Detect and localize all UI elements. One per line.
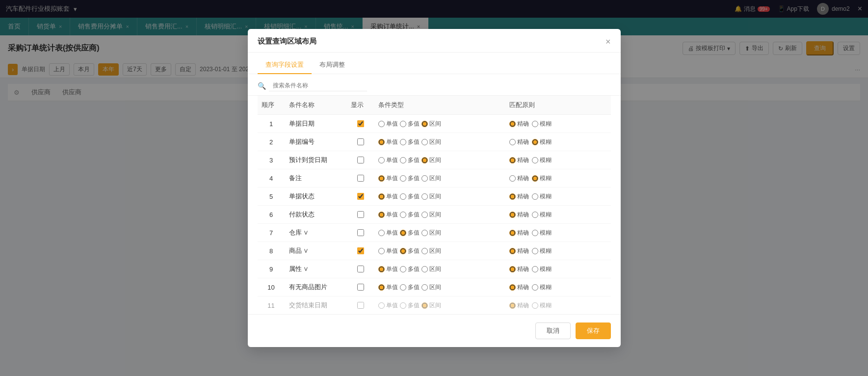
cond-multi-radio[interactable] xyxy=(400,248,406,254)
tab-query-fields[interactable]: 查询字段设置 xyxy=(258,56,312,74)
save-button[interactable]: 保存 xyxy=(576,322,611,339)
row-cond-type: 单值多值区间 xyxy=(374,188,506,206)
row-match: 精确模糊 xyxy=(505,278,610,296)
cond-multi-radio[interactable] xyxy=(400,212,406,218)
cond-range-radio[interactable] xyxy=(421,248,428,254)
row-show xyxy=(347,188,374,206)
row-match: 精确模糊 xyxy=(505,242,610,260)
cond-single-radio[interactable] xyxy=(378,230,385,236)
cancel-button[interactable]: 取消 xyxy=(535,322,571,339)
cond-single-radio[interactable] xyxy=(378,284,385,291)
row-order: 11 xyxy=(258,296,285,315)
match-exact-radio[interactable] xyxy=(509,302,516,309)
tab-layout-adjust-label: 布局调整 xyxy=(319,61,345,68)
show-checkbox[interactable] xyxy=(357,266,364,272)
show-checkbox[interactable] xyxy=(357,157,364,163)
show-checkbox[interactable] xyxy=(357,193,364,200)
row-match: 精确模糊 xyxy=(505,133,610,151)
match-fuzzy-radio[interactable] xyxy=(532,157,538,163)
table-header-row: 顺序 条件名称 显示 条件类型 匹配原则 xyxy=(258,96,611,115)
cond-range-radio[interactable] xyxy=(421,157,428,163)
cond-range-radio[interactable] xyxy=(421,139,428,145)
th-show: 显示 xyxy=(347,96,374,115)
cond-single-radio[interactable] xyxy=(378,248,385,254)
match-fuzzy-radio[interactable] xyxy=(532,121,538,127)
row-show xyxy=(347,115,374,133)
match-exact-radio[interactable] xyxy=(509,175,516,182)
show-checkbox[interactable] xyxy=(357,138,364,145)
cond-single-radio[interactable] xyxy=(378,157,385,163)
cond-multi-radio[interactable] xyxy=(400,230,406,236)
match-fuzzy-radio[interactable] xyxy=(532,302,538,309)
cond-multi-radio[interactable] xyxy=(400,139,406,145)
row-show xyxy=(347,169,374,188)
cond-multi-radio[interactable] xyxy=(400,175,406,182)
table-row: 1单据日期单值多值区间精确模糊 xyxy=(258,115,611,133)
show-checkbox[interactable] xyxy=(357,302,364,309)
row-cond-type: 单值多值区间 xyxy=(374,151,506,169)
match-fuzzy-radio[interactable] xyxy=(532,139,538,145)
match-exact-radio[interactable] xyxy=(509,121,516,127)
show-checkbox[interactable] xyxy=(357,175,364,182)
cond-multi-radio[interactable] xyxy=(400,302,406,309)
match-fuzzy-radio[interactable] xyxy=(532,284,538,291)
match-exact-radio[interactable] xyxy=(509,284,516,291)
match-fuzzy-radio[interactable] xyxy=(532,175,538,182)
cond-multi-radio[interactable] xyxy=(400,157,406,163)
dialog-search-area: 🔍 xyxy=(248,74,621,96)
row-name: 属性 ∨ xyxy=(285,260,347,278)
row-cond-type: 单值多值区间 xyxy=(374,115,506,133)
cond-multi-radio[interactable] xyxy=(400,284,406,291)
row-match: 精确模糊 xyxy=(505,188,610,206)
cond-single-radio[interactable] xyxy=(378,302,385,309)
match-fuzzy-radio[interactable] xyxy=(532,266,538,272)
row-show xyxy=(347,151,374,169)
cond-single-radio[interactable] xyxy=(378,193,385,200)
cond-range-radio[interactable] xyxy=(421,175,428,182)
tab-layout-adjust[interactable]: 布局调整 xyxy=(312,56,353,74)
cond-range-radio[interactable] xyxy=(421,121,428,127)
row-order: 2 xyxy=(258,133,285,151)
cond-range-radio[interactable] xyxy=(421,212,428,218)
row-cond-type: 单值多值区间 xyxy=(374,278,506,296)
show-checkbox[interactable] xyxy=(357,211,364,218)
row-name: 单据日期 xyxy=(285,115,347,133)
match-fuzzy-radio[interactable] xyxy=(532,193,538,200)
cond-range-radio[interactable] xyxy=(421,302,428,309)
show-checkbox[interactable] xyxy=(357,120,364,127)
cond-multi-radio[interactable] xyxy=(400,266,406,272)
row-match: 精确模糊 xyxy=(505,151,610,169)
cond-range-radio[interactable] xyxy=(421,266,428,272)
table-row: 11交货结束日期单值多值区间精确模糊 xyxy=(258,296,611,315)
row-order: 1 xyxy=(258,115,285,133)
table-row: 6付款状态单值多值区间精确模糊 xyxy=(258,206,611,224)
show-checkbox[interactable] xyxy=(357,284,364,291)
cond-range-radio[interactable] xyxy=(421,193,428,200)
cond-range-radio[interactable] xyxy=(421,230,428,236)
cond-single-radio[interactable] xyxy=(378,175,385,182)
match-fuzzy-radio[interactable] xyxy=(532,230,538,236)
match-exact-radio[interactable] xyxy=(509,212,516,218)
row-show xyxy=(347,296,374,315)
match-exact-radio[interactable] xyxy=(509,157,516,163)
match-exact-radio[interactable] xyxy=(509,266,516,272)
cond-multi-radio[interactable] xyxy=(400,121,406,127)
dialog-close-button[interactable]: × xyxy=(605,37,611,46)
match-exact-radio[interactable] xyxy=(509,230,516,236)
match-fuzzy-radio[interactable] xyxy=(532,212,538,218)
show-checkbox[interactable] xyxy=(357,229,364,236)
match-exact-radio[interactable] xyxy=(509,193,516,200)
cond-single-radio[interactable] xyxy=(378,121,385,127)
match-exact-radio[interactable] xyxy=(509,248,516,254)
cond-single-radio[interactable] xyxy=(378,139,385,145)
cond-range-radio[interactable] xyxy=(421,284,428,291)
cond-multi-radio[interactable] xyxy=(400,193,406,200)
dialog-table: 顺序 条件名称 显示 条件类型 匹配原则 1单据日期单值多值区间精确模糊2单据编… xyxy=(258,96,611,314)
match-exact-radio[interactable] xyxy=(509,139,516,145)
match-fuzzy-radio[interactable] xyxy=(532,248,538,254)
dialog-tabs: 查询字段设置 布局调整 xyxy=(248,53,621,74)
show-checkbox[interactable] xyxy=(357,247,364,254)
search-input[interactable] xyxy=(269,80,367,91)
cond-single-radio[interactable] xyxy=(378,266,385,272)
cond-single-radio[interactable] xyxy=(378,212,385,218)
